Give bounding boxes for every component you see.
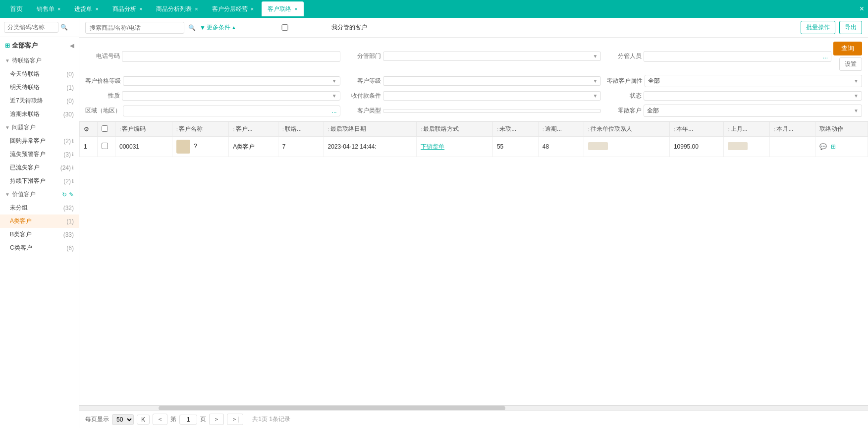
col-no-contact: : 未联... [492,122,538,137]
col-last-method: : 最后联络方式 [417,122,493,137]
top-nav: 首页 销售单 × 进货单 × 商品分析 × 商品分析列表 × 客户分层经营 × … [0,0,868,18]
query-btn[interactable]: 查询 [833,42,862,55]
price-level-select[interactable]: ▼ [123,76,340,86]
tab-customer-contact[interactable]: 客户联络 × [262,1,303,16]
sidebar-item-b-class[interactable]: B类客户 (33) [0,228,79,241]
export-btn[interactable]: 导出 [839,21,862,34]
close-purchase-tab[interactable]: × [95,6,98,12]
close-customer-tier-tab[interactable]: × [251,6,254,12]
more-conditions-btn[interactable]: ▼ 更多条件 ▲ [200,23,236,32]
more-action-icon[interactable]: ⊞ [831,143,836,150]
refresh-icon[interactable]: ↻ [62,191,67,198]
phone-input[interactable] [122,51,340,62]
all-customers-header[interactable]: ⊞ 全部客户 ◀ [0,37,79,54]
row-checkbox[interactable] [102,143,108,149]
close-customer-contact-tab[interactable]: × [294,6,297,12]
sidebar-collapse-btn[interactable]: ◀ [70,43,74,49]
region-input[interactable]: ... [123,106,340,116]
problem-customers-group[interactable]: ▼ 问题客户 [0,121,79,134]
my-customers-checkbox-area: 我分管的客户 [240,23,367,32]
cell-this-month [770,137,815,157]
tab-purchase[interactable]: 进货单 × [68,1,104,16]
sidebar-item-churn-warning[interactable]: 流失预警客户 (3) ℹ [0,148,79,161]
cell-checkbox[interactable] [98,137,115,157]
col-checkbox[interactable] [98,122,115,137]
value-customers-group[interactable]: ▼ 价值客户 ↻ ✎ [0,188,79,201]
next-page-btn[interactable]: ＞ [209,414,224,425]
search-icon-main[interactable]: 🔍 [188,24,196,31]
problem-customers-label: 问题客户 [12,123,36,132]
pending-contact-group[interactable]: ▼ 待联络客户 [0,54,79,67]
tab-customer-tier[interactable]: 客户分层经营 × [206,1,260,16]
col-overdue: : 逾期... [538,122,584,137]
tab-analysis[interactable]: 商品分析 × [107,1,148,16]
close-analysis-tab[interactable]: × [139,6,142,12]
scrollbar-thumb[interactable] [159,406,505,410]
app-close-btn[interactable]: × [860,4,864,13]
close-analysis-list-tab[interactable]: × [195,6,198,12]
nature-select[interactable]: ▼ [122,91,340,101]
status-arrow-icon: ▼ [854,93,859,99]
col-settings[interactable]: ⚙ [80,122,98,137]
cell-last-method[interactable]: 下销货单 [417,137,493,157]
info-icon-4: ℹ [72,178,74,184]
pay-terms-select[interactable]: ▼ [383,91,601,101]
retail-cust-select[interactable]: 全部 ▼ [644,105,862,117]
per-page-select[interactable]: 50 [112,414,134,425]
cust-type-input[interactable] [383,109,601,113]
tab-analysis-list[interactable]: 商品分析列表 × [150,1,204,16]
close-sales-tab[interactable]: × [57,6,60,12]
dept-select[interactable]: ▼ [383,52,601,61]
sidebar-item-tomorrow[interactable]: 明天待联络 (1) [0,81,79,94]
grid-icon: ⊞ [5,42,10,49]
sidebar-item-7days[interactable]: 近7天待联络 (0) [0,94,79,107]
my-customers-checkbox[interactable] [240,24,329,31]
last-page-btn[interactable]: ＞| [227,414,243,425]
sidebar-item-abnormal[interactable]: 回购异常客户 (2) ℹ [0,134,79,148]
staff-dots-icon[interactable]: ... [823,53,828,60]
cust-level-select[interactable]: ▼ [383,76,601,86]
sidebar-item-declining[interactable]: 持续下滑客户 (2) ℹ [0,174,79,188]
batch-op-btn[interactable]: 批量操作 [801,21,835,34]
sidebar-item-unclassified[interactable]: 未分组 (32) [0,201,79,214]
contact-action-icon[interactable]: 💬 [819,143,827,150]
col-last-date: : 最后联络日期 [324,122,417,137]
phone-text-input[interactable] [125,53,337,60]
page-number-input[interactable] [179,415,197,425]
first-page-btn[interactable]: K [137,415,150,425]
edit-icon[interactable]: ✎ [69,191,74,198]
col-code: : 客户编码 [115,122,172,137]
sidebar-item-churned[interactable]: 已流失客户 (24) ℹ [0,161,79,174]
filter-row-cust-level: 客户等级 ▼ [346,75,601,87]
table-header-row: ⚙ : 客户编码 : [80,122,868,137]
sidebar-search-icon[interactable]: 🔍 [60,24,68,31]
horizontal-scrollbar[interactable] [79,405,868,410]
sidebar-item-a-class[interactable]: A类客户 (1) [0,214,79,228]
home-tab[interactable]: 首页 [4,2,29,15]
last-month-placeholder [728,142,748,150]
info-icon-2: ℹ [72,152,74,157]
sidebar-item-c-class[interactable]: C类客户 (6) [0,241,79,255]
sidebar-item-today[interactable]: 今天待联络 (0) [0,67,79,81]
retail-attr-select[interactable]: 全部 ▼ [645,75,862,87]
filter-row-nature: 性质 ▼ [85,91,340,101]
settings-col-icon[interactable]: ⚙ [84,126,89,133]
filter-row-retail-attr: 零散客户属性 全部 ▼ [607,75,862,87]
status-select[interactable]: ▼ [644,91,862,101]
sidebar-item-overdue[interactable]: 逾期未联络 (30) [0,107,79,121]
cell-last-date: 2023-04-12 14:44: [324,137,417,157]
staff-input[interactable]: ... [644,51,831,62]
region-dots-icon[interactable]: ... [332,107,337,114]
sidebar-search-input[interactable] [4,22,58,33]
retail-cust-arrow-icon: ▼ [854,108,859,113]
filter-bar-right: 批量操作 导出 [801,21,862,34]
info-icon-3: ℹ [72,165,74,170]
info-icon-1: ℹ [72,138,74,144]
settings-btn[interactable]: 设置 [839,57,862,71]
search-input[interactable] [85,22,184,34]
cell-unit-contact [584,137,669,157]
tab-sales[interactable]: 销售单 × [31,1,66,16]
table-area: ⚙ : 客户编码 : [79,121,868,405]
select-all-checkbox[interactable] [102,125,108,132]
prev-page-btn[interactable]: ＜ [153,414,167,425]
